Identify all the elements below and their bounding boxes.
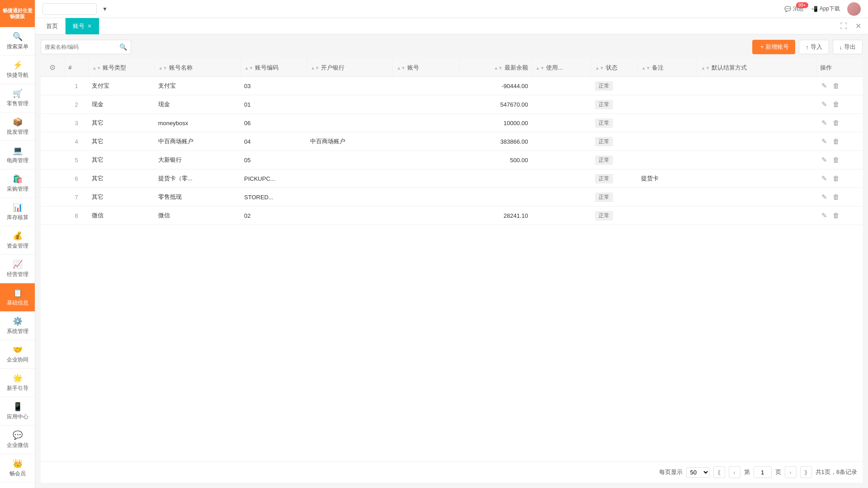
edit-button[interactable]: ✎ xyxy=(820,136,829,146)
row-num-cell: 8 xyxy=(65,206,89,225)
row-bank-cell xyxy=(307,77,392,95)
col-name-header[interactable]: ▲▼ 账号名称 xyxy=(155,59,241,77)
col-usage-header[interactable]: ▲▼ 使用... xyxy=(532,59,591,77)
add-account-button[interactable]: + 新增账号 xyxy=(752,40,795,54)
tab-home[interactable]: 首页 xyxy=(39,18,66,34)
edit-button[interactable]: ✎ xyxy=(820,118,829,128)
row-usage-cell xyxy=(532,169,591,188)
edit-button[interactable]: ✎ xyxy=(820,99,829,109)
operations-icon: 📈 xyxy=(13,259,23,269)
row-status-cell: 正常 xyxy=(591,77,637,95)
row-status-cell: 正常 xyxy=(591,132,637,151)
delete-button[interactable]: 🗑 xyxy=(831,136,841,146)
row-bank-cell xyxy=(307,114,392,132)
export-button[interactable]: ↓ 导出 xyxy=(833,40,863,54)
content-area: 🔍 + 新增账号 ↑ 导入 ↓ 导出 xyxy=(35,34,868,488)
prev-page-button[interactable]: ‹ xyxy=(729,466,741,478)
row-balance-cell xyxy=(459,188,532,206)
logo-text: 畅捷通好生意畅捷版 xyxy=(3,8,33,19)
col-default-header[interactable]: ▲▼ 默认结算方式 xyxy=(697,59,816,77)
vip-icon: 👑 xyxy=(13,459,23,469)
sidebar-item-quick-nav[interactable]: ⚡ 快捷导航 xyxy=(0,56,35,84)
sidebar-logo: 畅捷通好生意畅捷版 xyxy=(0,0,35,27)
user-avatar[interactable] xyxy=(847,2,861,16)
sidebar-item-wholesale-mgmt[interactable]: 📦 批发管理 xyxy=(0,113,35,141)
accounts-table-container: ⚙ # ▲▼ 账号类型 ▲▼ 账号名称 ▲▼ 账号编码 xyxy=(41,59,863,461)
search-icon[interactable]: 🔍 xyxy=(119,43,127,51)
next-page-button[interactable]: › xyxy=(785,466,797,478)
row-code-cell: 05 xyxy=(241,151,307,169)
status-badge: 正常 xyxy=(595,155,613,165)
edit-button[interactable]: ✎ xyxy=(820,155,829,165)
row-num-cell: 5 xyxy=(65,151,89,169)
page-number-input[interactable] xyxy=(754,466,772,478)
sort-icon: ▲▼ xyxy=(494,66,503,70)
row-note-cell xyxy=(637,114,697,132)
status-badge: 正常 xyxy=(595,118,613,128)
message-button[interactable]: 💬 消息 99+ xyxy=(784,5,804,13)
row-code-cell: 02 xyxy=(241,206,307,225)
dropdown-arrow-icon: ▼ xyxy=(102,6,108,12)
col-balance-header[interactable]: ▲▼ 最新余额 xyxy=(459,59,532,77)
row-action-cell: ✎ 🗑 xyxy=(816,114,863,132)
col-code-header[interactable]: ▲▼ 账号编码 xyxy=(241,59,307,77)
row-usage-cell xyxy=(532,188,591,206)
row-usage-cell xyxy=(532,132,591,151)
delete-button[interactable]: 🗑 xyxy=(831,81,841,90)
import-button[interactable]: ↑ 导入 xyxy=(799,40,829,54)
col-note-header[interactable]: ▲▼ 备注 xyxy=(637,59,697,77)
tab-account[interactable]: 账号 ✕ xyxy=(66,18,99,34)
sidebar-item-vip-member[interactable]: 👑 畅会员 xyxy=(0,454,35,483)
sidebar-item-new-guide[interactable]: 🌟 新手引导 xyxy=(0,369,35,397)
sidebar-item-retail-mgmt[interactable]: 🛒 零售管理 xyxy=(0,84,35,113)
row-action-cell: ✎ 🗑 xyxy=(816,77,863,95)
sidebar-item-enterprise-wechat[interactable]: 💬 企业微信 xyxy=(0,426,35,454)
topbar-search-input[interactable] xyxy=(42,3,97,15)
edit-button[interactable]: ✎ xyxy=(820,192,829,202)
first-page-button[interactable]: ⟪ xyxy=(713,466,725,478)
col-account-header[interactable]: ▲▼ 账号 xyxy=(393,59,459,77)
sidebar-item-purchase-mgmt[interactable]: 🛍️ 采购管理 xyxy=(0,169,35,198)
sidebar-item-basic-info[interactable]: 📋 基础信息 xyxy=(0,283,35,312)
sidebar-item-search-menu[interactable]: 🔍 搜索菜单 xyxy=(0,27,35,56)
status-badge: 正常 xyxy=(595,174,613,183)
delete-button[interactable]: 🗑 xyxy=(831,211,841,220)
col-settings-header[interactable]: ⚙ xyxy=(41,59,65,77)
col-bank-header[interactable]: ▲▼ 开户银行 xyxy=(307,59,392,77)
delete-button[interactable]: 🗑 xyxy=(831,118,841,127)
edit-button[interactable]: ✎ xyxy=(820,211,829,221)
sidebar-item-ecommerce-mgmt[interactable]: 💻 电商管理 xyxy=(0,141,35,169)
sidebar-item-label: 经营管理 xyxy=(7,271,28,278)
search-input[interactable] xyxy=(45,44,119,50)
row-bank-cell xyxy=(307,95,392,114)
tab-maximize-button[interactable]: ⛶ xyxy=(837,20,850,33)
sidebar-item-operations-mgmt[interactable]: 📈 经营管理 xyxy=(0,255,35,283)
page-size-select[interactable]: 50 20 100 xyxy=(686,467,710,478)
table-row: 8 微信 微信 02 28241.10 正常 ✎ 🗑 xyxy=(41,206,863,225)
tab-close-icon[interactable]: ✕ xyxy=(87,23,92,29)
sidebar-item-app-center[interactable]: 📱 应用中心 xyxy=(0,397,35,426)
topbar-dropdown[interactable]: ▼ xyxy=(102,6,108,12)
col-type-header[interactable]: ▲▼ 账号类型 xyxy=(88,59,154,77)
row-account-cell xyxy=(393,206,459,225)
basic-info-icon: 📋 xyxy=(13,288,23,298)
sidebar-item-inventory-check[interactable]: 📊 库存核算 xyxy=(0,198,35,226)
delete-button[interactable]: 🗑 xyxy=(831,192,841,202)
delete-button[interactable]: 🗑 xyxy=(831,155,841,164)
row-default-cell xyxy=(697,77,816,95)
row-balance-cell: 500.00 xyxy=(459,151,532,169)
sidebar-item-system-mgmt[interactable]: ⚙️ 系统管理 xyxy=(0,312,35,340)
edit-button[interactable]: ✎ xyxy=(820,174,829,183)
col-status-header[interactable]: ▲▼ 状态 xyxy=(591,59,637,77)
row-name-cell: 支付宝 xyxy=(155,77,241,95)
delete-button[interactable]: 🗑 xyxy=(831,99,841,109)
last-page-button[interactable]: ⟫ xyxy=(800,466,812,478)
edit-button[interactable]: ✎ xyxy=(820,81,829,91)
tab-close-window-button[interactable]: ✕ xyxy=(852,20,864,33)
row-name-cell: 提货卡（零... xyxy=(155,169,241,188)
sort-icon: ▲▼ xyxy=(158,66,167,70)
delete-button[interactable]: 🗑 xyxy=(831,174,841,183)
sidebar-item-enterprise-agreement[interactable]: 🤝 企业协同 xyxy=(0,340,35,369)
sidebar-item-capital-mgmt[interactable]: 💰 资金管理 xyxy=(0,226,35,255)
app-download-button[interactable]: 📲 App下载 xyxy=(811,5,840,13)
